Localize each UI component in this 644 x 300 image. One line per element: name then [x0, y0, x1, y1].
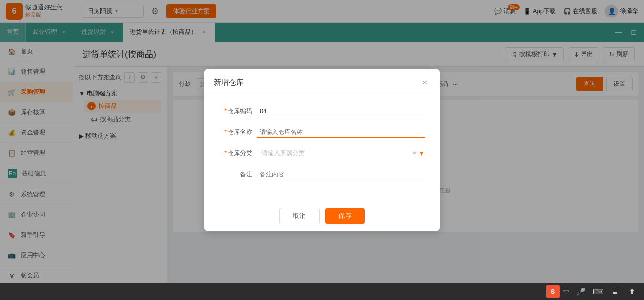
- note-label: 备注: [219, 170, 257, 179]
- new-warehouse-dialog: 新增仓库 × 仓库编码 仓库名称 仓库分类 请输入所属分类 ▼: [204, 69, 440, 231]
- form-row-category: 仓库分类 请输入所属分类 ▼: [219, 147, 425, 159]
- microphone-icon[interactable]: 🎤: [574, 285, 587, 298]
- dialog-footer: 取消 保存: [204, 201, 440, 231]
- code-input[interactable]: [257, 106, 425, 117]
- dialog-overlay[interactable]: 新增仓库 × 仓库编码 仓库名称 仓库分类 请输入所属分类 ▼: [0, 0, 644, 300]
- note-input[interactable]: [257, 169, 425, 180]
- dialog-header: 新增仓库 ×: [204, 69, 440, 94]
- upload-icon[interactable]: ⬆: [625, 285, 638, 298]
- category-select-wrapper: 请输入所属分类 ▼: [257, 147, 425, 159]
- name-label: 仓库名称: [219, 128, 257, 136]
- dialog-title: 新增仓库: [214, 78, 244, 88]
- form-row-name: 仓库名称: [219, 126, 425, 138]
- dialog-body: 仓库编码 仓库名称 仓库分类 请输入所属分类 ▼ 备注: [204, 94, 440, 201]
- keyboard-icon[interactable]: ⌨: [591, 285, 604, 298]
- form-row-code: 仓库编码: [219, 106, 425, 117]
- cancel-button[interactable]: 取消: [279, 208, 320, 224]
- save-button[interactable]: 保存: [325, 208, 365, 224]
- form-row-note: 备注: [219, 169, 425, 180]
- dialog-close-button[interactable]: ×: [419, 77, 430, 88]
- monitor-icon[interactable]: 🖥: [608, 285, 621, 298]
- s-logo: S: [546, 285, 560, 298]
- bottombar: S 中· 🎤 ⌨ 🖥 ⬆: [0, 283, 644, 300]
- name-input[interactable]: [257, 126, 425, 138]
- code-label: 仓库编码: [219, 107, 257, 116]
- category-label: 仓库分类: [219, 149, 257, 158]
- bottom-text: 中·: [563, 288, 570, 296]
- category-select[interactable]: 请输入所属分类: [257, 147, 418, 159]
- category-dropdown-icon[interactable]: ▼: [418, 150, 425, 157]
